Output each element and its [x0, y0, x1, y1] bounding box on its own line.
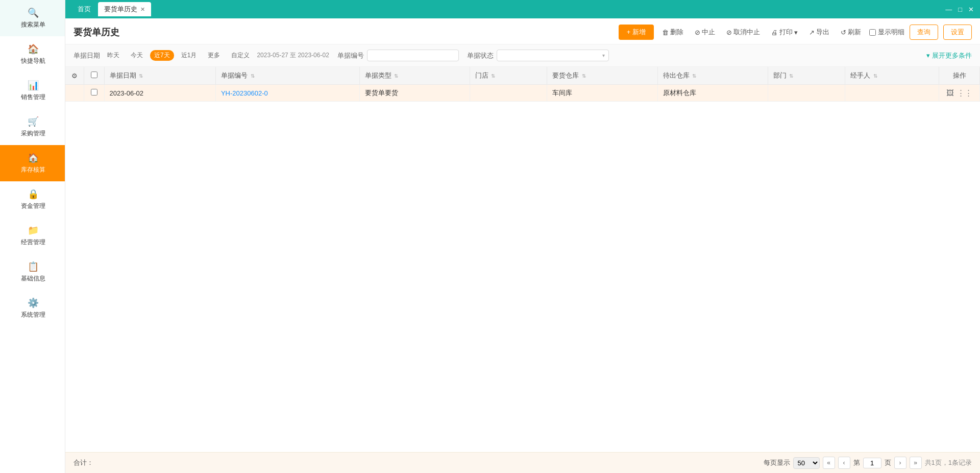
- cart-icon: 🛒: [28, 116, 39, 127]
- date-btn-today[interactable]: 今天: [127, 50, 147, 61]
- sort-icon-handler: ⇅: [873, 73, 877, 79]
- date-btn-1month[interactable]: 近1月: [177, 50, 201, 61]
- sidebar-item-label: 资金管理: [21, 202, 45, 210]
- sidebar-item-label: 经营管理: [21, 238, 45, 247]
- col-date[interactable]: 单据日期 ⇅: [104, 67, 215, 85]
- display-detail-toggle[interactable]: 显示明细: [869, 28, 904, 37]
- cell-checkbox: [84, 85, 104, 102]
- sort-icon-type: ⇅: [394, 73, 398, 79]
- page-size-select[interactable]: 50 100 200: [793, 457, 820, 469]
- chart-icon: 📊: [28, 80, 39, 91]
- print-button[interactable]: 🖨 打印 ▾: [768, 26, 801, 39]
- sidebar-item-label: 销售管理: [21, 93, 45, 102]
- status-label: 单据状态: [467, 51, 494, 60]
- order-no-label: 单据编号: [337, 51, 364, 60]
- display-detail-checkbox[interactable]: [869, 29, 876, 36]
- col-type[interactable]: 单据类型 ⇅: [359, 67, 470, 85]
- tab-close-icon[interactable]: ✕: [140, 6, 145, 13]
- cancel-suspend-button[interactable]: ⊘ 取消中止: [723, 26, 763, 39]
- sidebar-item-sales[interactable]: 📊 销售管理: [0, 73, 65, 109]
- col-pending-warehouse[interactable]: 待出仓库 ⇅: [657, 67, 768, 85]
- page-prev-button[interactable]: ‹: [838, 457, 850, 469]
- page-suffix: 页: [885, 458, 891, 467]
- query-button[interactable]: 查询: [910, 25, 938, 40]
- page-number-input[interactable]: [863, 458, 881, 468]
- main-area: 首页 要货单历史 ✕ — □ ✕ 要货单历史 + 新增 🗑 删除 ⊘: [65, 0, 980, 473]
- order-no-input[interactable]: [367, 50, 459, 61]
- data-table: ⚙ 单据日期 ⇅ 单据编号 ⇅ 单据类型: [65, 67, 980, 102]
- sidebar-item-operations[interactable]: 📁 经营管理: [0, 218, 65, 254]
- sidebar-item-label: 系统管理: [21, 311, 45, 319]
- topbar: 首页 要货单历史 ✕ — □ ✕: [65, 0, 980, 18]
- sidebar-item-label: 库存核算: [21, 165, 45, 174]
- table-container: ⚙ 单据日期 ⇅ 单据编号 ⇅ 单据类型: [65, 67, 980, 452]
- page-last-button[interactable]: »: [910, 457, 922, 469]
- status-filter-group: 单据状态 ▾: [467, 50, 609, 61]
- footer-summary: 合计：: [74, 458, 93, 467]
- cancel-suspend-icon: ⊘: [726, 29, 732, 36]
- action-buttons: 🖼 ⋮⋮: [944, 88, 974, 98]
- date-btn-yesterday[interactable]: 昨天: [103, 50, 124, 61]
- page-title: 要货单历史: [74, 26, 619, 38]
- refresh-button[interactable]: ↺ 刷新: [838, 26, 864, 39]
- per-page-label: 每页显示: [764, 458, 790, 467]
- col-store[interactable]: 门店 ⇅: [470, 67, 547, 85]
- status-select-wrapper: ▾: [497, 50, 609, 61]
- window-close[interactable]: ✕: [968, 6, 974, 13]
- select-all-checkbox[interactable]: [91, 72, 97, 78]
- pagination: 每页显示 50 100 200 « ‹ 第 页 › » 共1页，1条记录: [764, 457, 972, 469]
- suspend-icon: ⊘: [695, 29, 700, 36]
- tab-home[interactable]: 首页: [71, 2, 97, 16]
- suspend-button[interactable]: ⊘ 中止: [692, 26, 718, 39]
- status-select[interactable]: [497, 50, 609, 61]
- date-btn-more[interactable]: 更多: [204, 50, 224, 61]
- col-no[interactable]: 单据编号 ⇅: [215, 67, 359, 85]
- cell-date: 2023-06-02: [104, 85, 215, 102]
- expand-more-button[interactable]: ▾ 展开更多条件: [926, 51, 972, 60]
- more-icon[interactable]: ⋮⋮: [957, 88, 972, 98]
- export-button[interactable]: ↗ 导出: [806, 26, 832, 39]
- page-next-button[interactable]: ›: [894, 457, 906, 469]
- date-btn-custom[interactable]: 自定义: [227, 50, 254, 61]
- expand-chevron-icon: ▾: [926, 52, 930, 59]
- row-checkbox[interactable]: [91, 89, 97, 96]
- order-no-link[interactable]: YH-20230602-0: [221, 89, 268, 97]
- sidebar-item-search[interactable]: 🔍 搜索菜单: [0, 0, 65, 36]
- toolbar: + 新增 🗑 删除 ⊘ 中止 ⊘ 取消中止 🖨 打印 ▾: [619, 25, 972, 40]
- cell-no: YH-20230602-0: [215, 85, 359, 102]
- gear-icon: ⚙️: [28, 297, 39, 309]
- date-btn-7days[interactable]: 近7天: [150, 50, 174, 61]
- table-footer: 合计： 每页显示 50 100 200 « ‹ 第 页 › » 共1页，1条记录: [65, 452, 980, 473]
- delete-button[interactable]: 🗑 删除: [659, 26, 687, 39]
- new-button[interactable]: + 新增: [619, 25, 654, 40]
- lock-icon: 🔒: [28, 188, 39, 200]
- tab-history[interactable]: 要货单历史 ✕: [98, 2, 151, 16]
- sidebar-item-label: 搜索菜单: [21, 20, 45, 29]
- page-first-button[interactable]: «: [823, 457, 835, 469]
- sidebar-item-inventory[interactable]: 🏠 库存核算: [0, 145, 65, 181]
- page-label: 第: [853, 458, 860, 467]
- col-settings[interactable]: ⚙: [65, 67, 84, 85]
- col-req-warehouse[interactable]: 要货仓库 ⇅: [547, 67, 657, 85]
- sort-icon-no: ⇅: [251, 73, 255, 79]
- settings-button[interactable]: 设置: [943, 25, 972, 40]
- home-icon: 🏠: [28, 43, 39, 55]
- col-dept[interactable]: 部门 ⇅: [768, 67, 845, 85]
- view-icon[interactable]: 🖼: [946, 88, 954, 98]
- sidebar-item-finance[interactable]: 🔒 资金管理: [0, 181, 65, 218]
- col-handler[interactable]: 经手人 ⇅: [845, 67, 939, 85]
- inventory-icon: 🏠: [28, 152, 39, 163]
- sidebar-item-quicknav[interactable]: 🏠 快捷导航: [0, 36, 65, 73]
- sidebar-item-basic-info[interactable]: 📋 基础信息: [0, 254, 65, 290]
- sidebar-item-purchase[interactable]: 🛒 采购管理: [0, 109, 65, 145]
- date-filter: 昨天 今天 近7天 近1月 更多 自定义: [103, 50, 254, 61]
- cell-pending-warehouse: 原材料仓库: [657, 85, 768, 102]
- sidebar-item-system[interactable]: ⚙️ 系统管理: [0, 290, 65, 326]
- table-row: 2023-06-02 YH-20230602-0 要货单要货 车间库: [65, 85, 980, 102]
- total-info: 共1页，1条记录: [925, 458, 972, 467]
- col-checkbox: [84, 67, 104, 85]
- delete-icon: 🗑: [662, 29, 669, 36]
- window-maximize[interactable]: □: [958, 6, 962, 13]
- window-minimize[interactable]: —: [945, 6, 952, 13]
- print-chevron-icon: ▾: [794, 29, 798, 36]
